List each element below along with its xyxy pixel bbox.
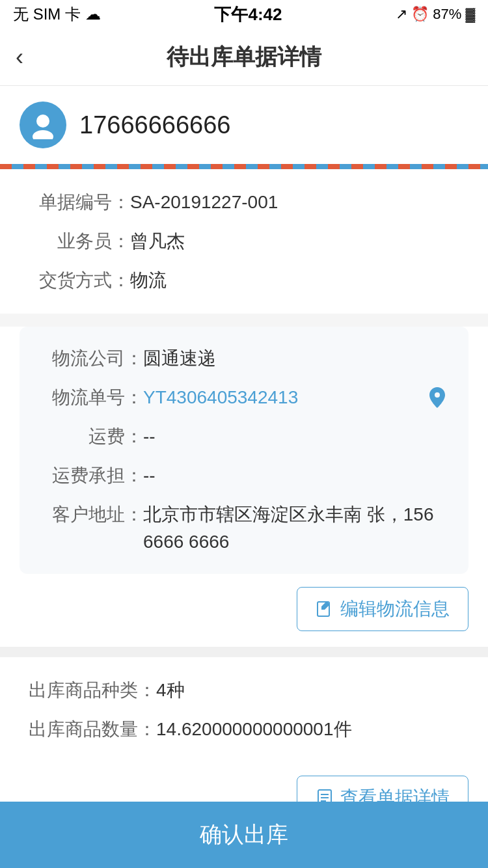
battery-level: 87%: [433, 6, 461, 23]
outbound-info-section: 出库商品种类： 4种 出库商品数量： 14.620000000000001件: [0, 657, 488, 763]
quantity-row: 出库商品数量： 14.620000000000001件: [26, 716, 462, 743]
edit-logistics-label: 编辑物流信息: [340, 597, 450, 621]
delivery-method-value: 物流: [130, 267, 462, 294]
logistics-card: 物流公司： 圆通速递 物流单号： YT4306405342413 运费： -- …: [20, 327, 468, 574]
location-icon-status: ↗: [396, 6, 407, 23]
page-title: 待出库单据详情: [167, 42, 321, 72]
svg-point-0: [36, 115, 49, 128]
freight-bear-row: 运费承担： --: [39, 462, 449, 489]
freight-value: --: [143, 423, 449, 450]
tracking-value: YT4306405342413: [143, 384, 419, 411]
customer-phone: 17666666666: [79, 111, 230, 139]
map-pin-icon[interactable]: [426, 386, 449, 409]
freight-bear-value: --: [143, 462, 449, 489]
logistics-company-row: 物流公司： 圆通速递: [39, 345, 449, 372]
status-left: 无 SIM 卡 ☁: [13, 4, 101, 25]
edit-logistics-button[interactable]: 编辑物流信息: [297, 587, 468, 631]
avatar: [20, 102, 66, 148]
tracking-number-row: 物流单号： YT4306405342413: [39, 384, 449, 411]
confirm-button-container: 确认出库: [0, 802, 488, 868]
order-number-label: 单据编号：: [26, 189, 130, 216]
order-number-row: 单据编号： SA-20191227-001: [26, 189, 462, 216]
logistics-company-label: 物流公司：: [39, 345, 143, 372]
category-label: 出库商品种类：: [26, 677, 156, 704]
order-number-value: SA-20191227-001: [130, 189, 462, 216]
tracking-label: 物流单号：: [39, 384, 143, 411]
sales-person-value: 曾凡杰: [130, 228, 462, 255]
customer-header: 17666666666: [0, 86, 488, 164]
sim-status: 无 SIM 卡 ☁: [13, 4, 101, 25]
sales-person-label: 业务员：: [26, 228, 130, 255]
edit-logistics-row: 编辑物流信息: [0, 574, 488, 647]
logistics-company-value: 圆通速递: [143, 345, 449, 372]
edit-icon: [316, 600, 334, 618]
address-label: 客户地址：: [39, 501, 143, 528]
address-value: 北京市市辖区海淀区永丰南 张，156 6666 6666: [143, 501, 449, 556]
delivery-method-row: 交货方式： 物流: [26, 267, 462, 294]
back-button[interactable]: ‹: [16, 44, 23, 71]
svg-point-1: [33, 130, 53, 139]
logistics-section: 物流公司： 圆通速递 物流单号： YT4306405342413 运费： -- …: [0, 327, 488, 574]
nav-bar: ‹ 待出库单据详情: [0, 29, 488, 86]
sales-person-row: 业务员： 曾凡杰: [26, 228, 462, 255]
alarm-icon: ⏰: [411, 6, 429, 23]
address-row: 客户地址： 北京市市辖区海淀区永丰南 张，156 6666 6666: [39, 501, 449, 556]
quantity-value: 14.620000000000001件: [156, 716, 462, 743]
battery-icon: ▓: [465, 7, 475, 22]
status-time: 下午4:42: [214, 3, 282, 26]
freight-row: 运费： --: [39, 423, 449, 450]
dashed-divider: [0, 164, 488, 169]
category-row: 出库商品种类： 4种: [26, 677, 462, 704]
category-value: 4种: [156, 677, 462, 704]
delivery-method-label: 交货方式：: [26, 267, 130, 294]
freight-label: 运费：: [39, 423, 143, 450]
person-icon: [29, 111, 57, 139]
confirm-outbound-button[interactable]: 确认出库: [0, 820, 488, 850]
status-right: ↗ ⏰ 87% ▓: [396, 6, 475, 23]
freight-bear-label: 运费承担：: [39, 462, 143, 489]
section-divider: [0, 647, 488, 657]
status-bar: 无 SIM 卡 ☁ 下午4:42 ↗ ⏰ 87% ▓: [0, 0, 488, 29]
basic-info-section: 单据编号： SA-20191227-001 业务员： 曾凡杰 交货方式： 物流: [0, 169, 488, 314]
quantity-label: 出库商品数量：: [26, 716, 156, 743]
